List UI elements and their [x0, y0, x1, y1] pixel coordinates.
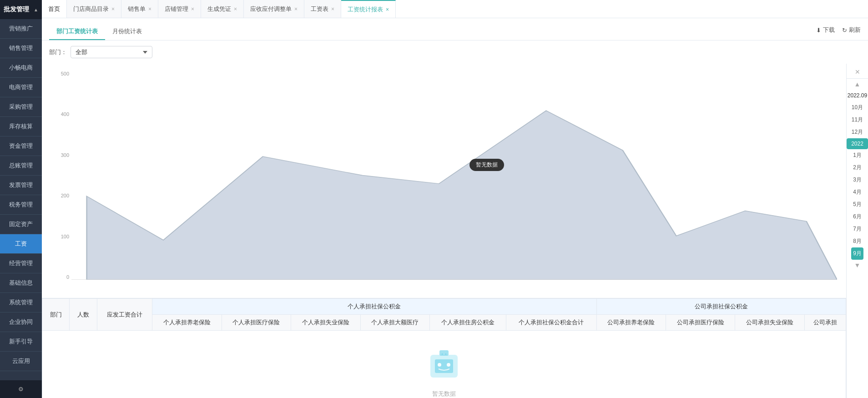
sidebar-item-新手引导[interactable]: 新手引导	[0, 332, 42, 352]
y-label-300: 300	[51, 152, 69, 158]
dept-label: 部门：	[49, 48, 67, 56]
tab-close-icon[interactable]: ×	[148, 6, 151, 12]
sidebar-items: 营销推广销售管理小畅电商电商管理采购管理库存核算资金管理总账管理发票管理税务管理…	[0, 19, 42, 371]
table-wrapper[interactable]: 部门 人数 应发工资合计 个人承担社保公积金 公司承担社保公积金 个人承担养老保…	[42, 298, 846, 398]
chart-container: 5004003002001000 暂无数据	[51, 71, 837, 298]
y-label-200: 200	[51, 193, 69, 198]
month-item-12月[interactable]: 12月	[850, 126, 865, 138]
sidebar-item-云应用[interactable]: 云应用	[0, 352, 42, 371]
year-2023-item[interactable]: 2022	[847, 138, 868, 149]
tab-close-icon[interactable]: ×	[294, 6, 298, 12]
sidebar-settings-button[interactable]: ⚙	[0, 380, 42, 398]
month-item-6月[interactable]: 6月	[851, 211, 863, 223]
month-item-8月[interactable]: 8月	[851, 235, 863, 247]
sidebar-toggle-icon: ▲	[34, 7, 38, 12]
sidebar: 批发管理 ▲ 营销推广销售管理小畅电商电商管理采购管理库存核算资金管理总账管理发…	[0, 0, 42, 398]
month-item-2月[interactable]: 2月	[851, 161, 863, 174]
col-group-company: 公司承担社保公积金	[596, 299, 846, 315]
y-label-400: 400	[51, 111, 69, 117]
tab-首页[interactable]: 首页	[42, 0, 67, 18]
sidebar-item-总账管理[interactable]: 总账管理	[0, 156, 42, 176]
col-dept: 部门	[42, 299, 70, 331]
gear-icon: ⚙	[18, 386, 24, 393]
tab-生成凭证[interactable]: 生成凭证×	[201, 0, 244, 18]
col-个人承担失业保险: 个人承担失业保险	[291, 315, 360, 331]
tab-工资统计报表[interactable]: 工资统计报表×	[341, 0, 396, 18]
col-公司承担养老保险: 公司承担养老保险	[596, 315, 666, 331]
sidebar-item-固定资产[interactable]: 固定资产	[0, 215, 42, 234]
month-item-10月[interactable]: 10月	[850, 101, 865, 114]
tab-工资表[interactable]: 工资表×	[304, 0, 341, 18]
month-item-1月[interactable]: 1月	[851, 149, 863, 161]
sidebar-item-税务管理[interactable]: 税务管理	[0, 195, 42, 215]
refresh-icon: ↻	[842, 27, 847, 34]
nav-down-arrow[interactable]: ▼	[853, 260, 863, 271]
data-table: 部门 人数 应发工资合计 个人承担社保公积金 公司承担社保公积金 个人承担养老保…	[42, 298, 846, 398]
sidebar-item-资金管理[interactable]: 资金管理	[0, 136, 42, 156]
sidebar-item-电商管理[interactable]: 电商管理	[0, 78, 42, 97]
month-item-9月[interactable]: 9月	[851, 247, 863, 260]
tab-close-icon[interactable]: ×	[234, 6, 237, 12]
col-个人承担养老保险: 个人承担养老保险	[152, 315, 222, 331]
download-label: 下载	[823, 26, 835, 34]
months-current: 1月2月3月4月5月6月7月8月9月	[851, 149, 863, 260]
chart-y-labels: 5004003002001000	[51, 71, 69, 280]
sidebar-item-企业协同[interactable]: 企业协同	[0, 312, 42, 332]
y-label-100: 100	[51, 234, 69, 239]
month-item-7月[interactable]: 7月	[851, 223, 863, 235]
sidebar-item-发票管理[interactable]: 发票管理	[0, 176, 42, 195]
tab-店铺管理[interactable]: 店铺管理×	[158, 0, 201, 18]
tab-close-icon[interactable]: ×	[191, 6, 194, 12]
sub-tab-月份统计表[interactable]: 月份统计表	[105, 24, 149, 40]
sidebar-item-采购管理[interactable]: 采购管理	[0, 97, 42, 117]
sidebar-item-库存核算[interactable]: 库存核算	[0, 117, 42, 136]
sidebar-item-基础信息[interactable]: 基础信息	[0, 273, 42, 293]
col-公司承担失业保险: 公司承担失业保险	[735, 315, 804, 331]
table-section: 部门 人数 应发工资合计 个人承担社保公积金 公司承担社保公积金 个人承担养老保…	[42, 298, 846, 398]
tab-门店商品目录[interactable]: 门店商品目录×	[67, 0, 121, 18]
sidebar-item-小畅电商[interactable]: 小畅电商	[0, 58, 42, 78]
toolbar: 部门： 全部销售部采购部财务部行政部	[42, 40, 868, 64]
sidebar-item-营销推广[interactable]: 营销推广	[0, 19, 42, 39]
sidebar-title: 批发管理	[4, 5, 29, 14]
sidebar-header[interactable]: 批发管理 ▲	[0, 0, 42, 19]
svg-marker-0	[87, 111, 837, 280]
col-people: 人数	[70, 299, 97, 331]
chart-svg: 暂无数据	[71, 71, 837, 280]
svg-point-4	[438, 363, 441, 367]
col-个人承担社保公积金合计: 个人承担社保公积金合计	[506, 315, 596, 331]
sidebar-item-系统管理[interactable]: 系统管理	[0, 293, 42, 312]
sidebar-item-经营管理[interactable]: 经营管理	[0, 254, 42, 273]
sub-tab-right: ⬇ 下载 ↻ 刷新	[816, 26, 861, 38]
tab-close-icon[interactable]: ×	[386, 6, 389, 13]
download-icon: ⬇	[816, 27, 821, 34]
tab-close-icon[interactable]: ×	[111, 6, 115, 12]
svg-rect-6	[439, 350, 449, 356]
sidebar-item-工资[interactable]: 工资	[0, 234, 42, 254]
sidebar-item-销售管理[interactable]: 销售管理	[0, 39, 42, 58]
col-salary: 应发工资合计	[97, 299, 152, 331]
tab-close-icon[interactable]: ×	[331, 6, 334, 12]
tab-bar: 首页门店商品目录×销售单×店铺管理×生成凭证×应收应付调整单×工资表×工资统计报…	[42, 0, 868, 18]
month-item-4月[interactable]: 4月	[851, 186, 863, 198]
sub-tab-部门工资统计表[interactable]: 部门工资统计表	[49, 24, 105, 40]
svg-rect-3	[435, 359, 453, 373]
dept-select[interactable]: 全部销售部采购部财务部行政部	[71, 46, 152, 58]
tab-销售单[interactable]: 销售单×	[121, 0, 158, 18]
right-panel-close[interactable]: ✕	[847, 65, 868, 79]
tab-应收应付调整单[interactable]: 应收应付调整单×	[244, 0, 304, 18]
sub-tab-bar: 部门工资统计表月份统计表 ⬇ 下载 ↻ 刷新	[42, 18, 868, 40]
download-button[interactable]: ⬇ 下载	[816, 26, 835, 34]
empty-text: 暂无数据	[432, 390, 456, 398]
nav-up-arrow[interactable]: ▲	[853, 79, 863, 90]
month-item-3月[interactable]: 3月	[851, 174, 863, 186]
refresh-button[interactable]: ↻ 刷新	[842, 26, 861, 34]
y-label-0: 0	[51, 274, 69, 280]
page-content: 部门工资统计表月份统计表 ⬇ 下载 ↻ 刷新 部门： 全部销售部采购部财务部行政…	[42, 18, 868, 398]
sub-tab-left: 部门工资统计表月份统计表	[49, 24, 149, 40]
refresh-label: 刷新	[849, 26, 861, 34]
month-item-5月[interactable]: 5月	[851, 198, 863, 211]
right-panel: ✕ ▲ 2022.09 10月11月12月 2022 1月2月3月4月5月6月7…	[846, 64, 868, 398]
month-item-11月[interactable]: 11月	[850, 114, 865, 126]
col-group-personal: 个人承担社保公积金	[152, 299, 596, 315]
